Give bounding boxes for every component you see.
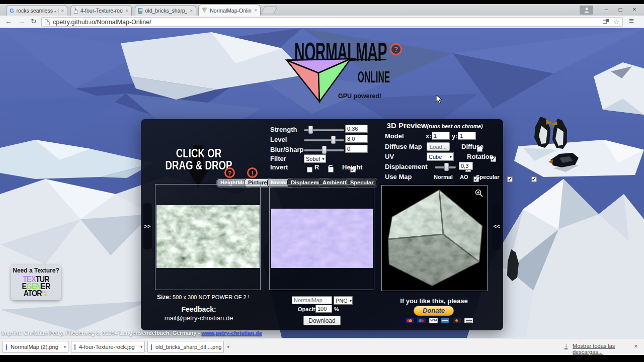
strength-value-input[interactable] (345, 125, 368, 133)
strength-slider-thumb[interactable] (308, 126, 313, 134)
window-minimize-button[interactable]: – (600, 4, 613, 16)
browser-tab-3[interactable]: old_bricks_sharp_diff_DISP × (135, 5, 196, 16)
filter-select-value: Sobel (306, 156, 320, 162)
opacity-input[interactable] (315, 305, 332, 313)
bookmark-star-icon[interactable]: ☆ (613, 18, 619, 26)
use-ao-checkbox[interactable] (507, 176, 513, 182)
level-label: Level (270, 136, 287, 143)
size-label: Size: (157, 294, 171, 301)
heightmap-warning-icon[interactable]: ! (247, 167, 258, 178)
menu-button[interactable]: ≡ (629, 16, 634, 26)
displacement-slider-thumb[interactable] (444, 163, 449, 171)
rotation-label: Rotation (467, 153, 494, 160)
show-all-downloads-link[interactable]: Mostrar todas las descargas... (573, 343, 644, 355)
filename-input[interactable] (292, 296, 332, 304)
chevron-down-icon[interactable]: ▾ (227, 344, 229, 349)
blur-sharp-slider[interactable] (304, 149, 344, 151)
invert-g-label: G (328, 163, 333, 171)
texture-ad-title: Need a Texture? (11, 267, 61, 274)
displacement-slider[interactable] (435, 166, 456, 168)
tab-close-icon[interactable]: × (254, 8, 257, 13)
browser-tab-2[interactable]: 4-four-Texture-rock.jpg (5 × (70, 5, 132, 16)
size-info: Size: 500 x 300 NOT POWER OF 2 ! (157, 294, 250, 301)
strength-slider[interactable] (304, 129, 344, 131)
dropdown-caret-icon: ▾ (350, 298, 352, 303)
dropzone-line2[interactable]: DRAG & DROP (164, 158, 234, 172)
back-button[interactable]: ← (5, 17, 12, 25)
model-x-input[interactable] (432, 132, 450, 140)
file-image-icon (151, 344, 152, 350)
imprint-link[interactable]: www.petry-christian.de (201, 330, 262, 336)
normalmap-panel[interactable] (269, 184, 374, 290)
new-tab-button[interactable] (261, 7, 278, 14)
tab-close-icon[interactable]: × (61, 8, 64, 14)
zoom-icon[interactable] (475, 189, 483, 197)
image-favicon-icon (138, 8, 142, 14)
expand-left-button[interactable]: >> (143, 203, 152, 249)
tab-title: NormalMap-Online (210, 8, 252, 14)
tab-close-icon[interactable]: × (125, 8, 128, 14)
forward-button[interactable]: → (18, 17, 25, 25)
window-close-button[interactable]: × (628, 4, 641, 16)
texture-generator-ad[interactable]: Need a Texture? TEXTUR EGENER ATOR ONL I… (11, 265, 61, 300)
bank-icon (464, 318, 473, 323)
format-select[interactable]: PNG ▾ (334, 296, 353, 305)
level-value-input[interactable] (345, 135, 368, 143)
filter-select[interactable]: Sobel ▾ (304, 154, 326, 163)
model-x-label: x: (426, 132, 432, 140)
visa-text: VISA (430, 319, 437, 322)
strength-label: Strength (270, 126, 297, 133)
feedback-email[interactable]: mail@petry-christian.de (151, 314, 247, 322)
chevron-down-icon[interactable]: ▾ (64, 344, 66, 349)
model-label: Model (385, 132, 404, 140)
download-item-name: old_bricks_sharp_dif....png (155, 344, 221, 350)
displacement-value-input[interactable] (459, 162, 473, 170)
reload-button[interactable]: ↻ (31, 17, 37, 25)
page-icon (45, 19, 50, 25)
imprint-text: Imprint: Christian Petry, Fliederweg 6, … (2, 330, 201, 336)
blur-sharp-slider-thumb[interactable] (322, 146, 327, 154)
collapse-right-button[interactable]: << (492, 203, 501, 249)
donate-button[interactable]: Donate (414, 306, 454, 316)
browser-tab-1[interactable]: G rocks seamless - Buscar c × (6, 5, 67, 16)
download-arrow-icon: ↓ (565, 342, 568, 349)
use-specular-checkbox[interactable] (531, 176, 537, 182)
invert-r-checkbox[interactable] (307, 167, 312, 172)
download-item-2[interactable]: 4-four-Texture-rock.jpg ▾ (71, 341, 145, 353)
download-button[interactable]: Download (303, 316, 341, 325)
extension-icon[interactable] (603, 19, 609, 25)
profile-avatar-button[interactable] (580, 6, 593, 15)
google-favicon-icon: G (10, 8, 14, 14)
normalmap-texture (271, 209, 373, 268)
tab-close-icon[interactable]: × (190, 8, 193, 14)
chevron-down-icon[interactable]: ▾ (140, 344, 143, 349)
imprint-bar: Imprint: Christian Petry, Fliederweg 6, … (2, 330, 262, 336)
mouse-cursor (436, 95, 442, 104)
load-diffuse-button[interactable]: Load... (427, 142, 450, 151)
level-slider-thumb[interactable] (331, 136, 336, 144)
donate-message: If you like this, please (397, 297, 470, 305)
ice-floe-right (514, 140, 644, 177)
uv-select[interactable]: Cube ▾ (427, 152, 454, 161)
address-bar[interactable]: cpetry.github.io/NormalMap-Online/ ☆ (41, 17, 623, 27)
blur-sharp-value-input[interactable] (345, 145, 368, 153)
browser-tab-active[interactable]: NormalMap-Online × (198, 5, 261, 16)
url-text[interactable]: cpetry.github.io/NormalMap-Online/ (53, 19, 151, 26)
diffuse-checkbox-label: Diffuse (461, 143, 484, 150)
logo-help-icon[interactable]: ? (390, 43, 402, 55)
letterbox-bottom (0, 355, 644, 362)
level-slider[interactable] (304, 139, 344, 141)
gpu-powered-label: GPU powered! (322, 93, 397, 100)
preview3d-viewport[interactable] (381, 185, 488, 291)
person-icon (584, 7, 590, 13)
heightmap-help-icon[interactable]: ? (224, 167, 235, 178)
download-item-3[interactable]: old_bricks_sharp_dif....png ▾ (147, 341, 224, 353)
downloads-bar-close-icon[interactable]: × (634, 342, 638, 350)
invert-r-label: R (314, 163, 319, 171)
model-y-input[interactable] (458, 132, 476, 140)
uv-label: UV (385, 153, 394, 160)
download-item-1[interactable]: NormalMap (2).png ▾ (3, 341, 68, 353)
heightmap-panel[interactable] (155, 184, 261, 290)
window-maximize-button[interactable]: □ (614, 4, 627, 16)
download-item-name: 4-four-Texture-rock.jpg (79, 344, 135, 350)
